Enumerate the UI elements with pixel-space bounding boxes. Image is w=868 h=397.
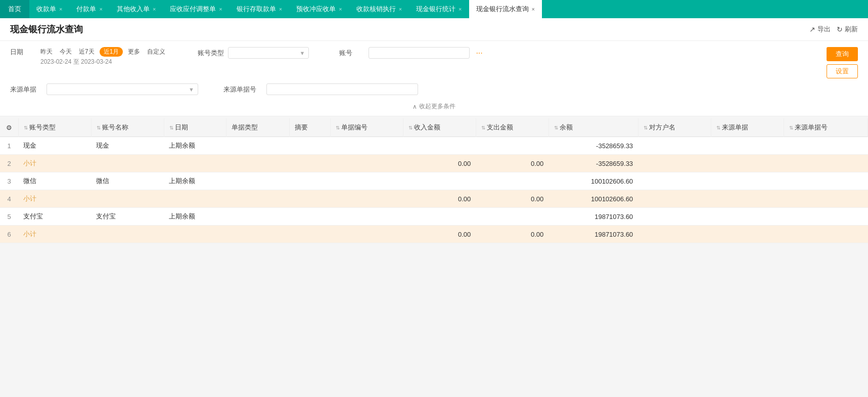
col-expense[interactable]: ⇅支出金额 (476, 118, 549, 137)
cell-subtotal-label: 小计 (18, 155, 91, 172)
col-summary[interactable]: 摘要 (290, 118, 331, 137)
cell-doc-no (330, 137, 403, 155)
account-label: 账号 (339, 49, 364, 58)
col-doc-no[interactable]: ⇅单据编号 (330, 118, 403, 137)
date-opt-more[interactable]: 更多 (126, 47, 142, 57)
account-type-label: 账号类型 (198, 49, 224, 58)
nav-tab-现金银行统计[interactable]: 现金银行统计 × (409, 0, 469, 18)
col-source-doc[interactable]: ⇅来源单据 (711, 118, 784, 137)
account-type-select-wrap: ▼ (228, 47, 309, 59)
date-options: 昨天 今天 近7天 近1月 更多 自定义 (38, 47, 167, 57)
table-row: 1 现金 现金 上期余额 -3528659.33 (0, 137, 868, 155)
col-gear[interactable]: ⚙ (0, 118, 18, 137)
col-income[interactable]: ⇅收入金额 (403, 118, 476, 137)
cell-subtotal-label: 小计 (18, 190, 91, 208)
close-icon[interactable]: × (399, 0, 402, 18)
date-opt-7days[interactable]: 近7天 (77, 47, 97, 57)
cell-income: 0.00 (403, 155, 476, 172)
source-doc-select-wrap: ▼ (47, 83, 198, 95)
account-dots-button[interactable]: ··· (474, 49, 484, 58)
nav-tab-收款核销执行[interactable]: 收款核销执行 × (349, 0, 409, 18)
account-type-select[interactable] (228, 47, 309, 59)
col-account-name[interactable]: ⇅账号名称 (91, 118, 164, 137)
nav-home[interactable]: 首页 (0, 0, 29, 18)
date-opt-today[interactable]: 今天 (58, 47, 74, 57)
cell-account-name: 微信 (91, 172, 164, 190)
filter-area: 日期 昨天 今天 近7天 近1月 更多 自定义 2023-02-24 至 202… (0, 41, 868, 116)
table-row: 3 微信 微信 上期余额 100102606.60 (0, 172, 868, 190)
source-doc-select[interactable] (47, 83, 198, 95)
row-num: 6 (0, 226, 18, 243)
close-icon[interactable]: × (532, 0, 535, 18)
table-row: 6 小计 0.00 0.00 19871073.60 (0, 226, 868, 243)
cell-income: 0.00 (403, 226, 476, 243)
source-doc-num-label: 来源单据号 (223, 85, 256, 94)
col-balance[interactable]: ⇅余额 (549, 118, 638, 137)
col-counterparty[interactable]: ⇅对方户名 (638, 118, 711, 137)
col-date[interactable]: ⇅日期 (164, 118, 226, 137)
account-input[interactable] (369, 47, 470, 59)
nav-tab-付款单[interactable]: 付款单 × (69, 0, 109, 18)
cell-balance: -3528659.33 (549, 137, 638, 155)
cell-balance: 100102606.60 (549, 172, 638, 190)
date-opt-yesterday[interactable]: 昨天 (38, 47, 55, 57)
row-num: 4 (0, 190, 18, 208)
refresh-button[interactable]: ↻ 刷新 (837, 25, 858, 34)
nav-tab-银行存取款单[interactable]: 银行存取款单 × (230, 0, 289, 18)
cell-balance: 19871073.60 (549, 226, 638, 243)
cell-counterparty (638, 137, 711, 155)
date-opt-1month[interactable]: 近1月 (100, 47, 123, 57)
date-filter-label: 日期 (10, 48, 35, 57)
cell-balance: 100102606.60 (549, 190, 638, 208)
row-num: 5 (0, 208, 18, 226)
query-button[interactable]: 查询 (827, 47, 858, 61)
table-row: 2 小计 0.00 0.00 -3528659.33 (0, 155, 868, 172)
cell-income (403, 137, 476, 155)
cell-expense: 0.00 (476, 226, 549, 243)
nav-tab-应收应付调整单[interactable]: 应收应付调整单 × (163, 0, 229, 18)
cell-date: 上期余额 (164, 137, 226, 155)
nav-tab-预收冲应收单[interactable]: 预收冲应收单 × (289, 0, 349, 18)
cell-summary (290, 137, 331, 155)
close-icon[interactable]: × (219, 0, 222, 18)
gear-icon[interactable]: ⚙ (6, 124, 12, 131)
refresh-icon: ↻ (837, 25, 843, 33)
date-range-display: 2023-02-24 至 2023-03-24 (40, 58, 112, 65)
close-icon[interactable]: × (279, 0, 282, 18)
row-num: 1 (0, 137, 18, 155)
cell-expense: 0.00 (476, 155, 549, 172)
close-icon[interactable]: × (59, 0, 62, 18)
col-doc-type[interactable]: 单据类型 (226, 118, 289, 137)
export-button[interactable]: ↗ 导出 (809, 25, 831, 34)
nav-tab-收款单[interactable]: 收款单 × (29, 0, 69, 18)
table-row: 5 支付宝 支付宝 上期余额 19871073.60 (0, 208, 868, 226)
close-icon[interactable]: × (459, 0, 462, 18)
close-icon[interactable]: × (153, 0, 156, 18)
col-account-type[interactable]: ⇅账号类型 (18, 118, 91, 137)
table-row: 4 小计 0.00 0.00 100102606.60 (0, 190, 868, 208)
cell-date: 上期余额 (164, 208, 226, 226)
collapse-up-icon: ∧ (413, 103, 417, 110)
nav-tab-现金银行流水查询[interactable]: 现金银行流水查询 × (469, 0, 542, 18)
collapse-bar[interactable]: ∧ 收起更多条件 (10, 100, 858, 112)
cell-account-name: 支付宝 (91, 208, 164, 226)
date-opt-custom[interactable]: 自定义 (145, 47, 167, 57)
cell-account-type: 现金 (18, 137, 91, 155)
page-title: 现金银行流水查询 (10, 23, 83, 35)
source-doc-num-input[interactable] (266, 83, 418, 95)
cell-account-name: 现金 (91, 137, 164, 155)
data-table: ⚙ ⇅账号类型 ⇅账号名称 ⇅日期 单据类型 摘要 ⇅单据编号 ⇅收入金额 ⇅支… (0, 118, 868, 243)
row-num: 2 (0, 155, 18, 172)
row-num: 3 (0, 172, 18, 190)
filter-action-buttons: 查询 设置 (827, 47, 858, 78)
cell-date: 上期余额 (164, 172, 226, 190)
close-icon[interactable]: × (339, 0, 342, 18)
settings-button[interactable]: 设置 (827, 64, 858, 78)
col-source-doc-no[interactable]: ⇅来源单据号 (784, 118, 867, 137)
cell-balance: -3528659.33 (549, 155, 638, 172)
table-area: ⚙ ⇅账号类型 ⇅账号名称 ⇅日期 单据类型 摘要 ⇅单据编号 ⇅收入金额 ⇅支… (0, 118, 868, 243)
nav-tab-其他收入单[interactable]: 其他收入单 × (110, 0, 163, 18)
cell-income: 0.00 (403, 190, 476, 208)
cell-expense: 0.00 (476, 190, 549, 208)
close-icon[interactable]: × (99, 0, 102, 18)
